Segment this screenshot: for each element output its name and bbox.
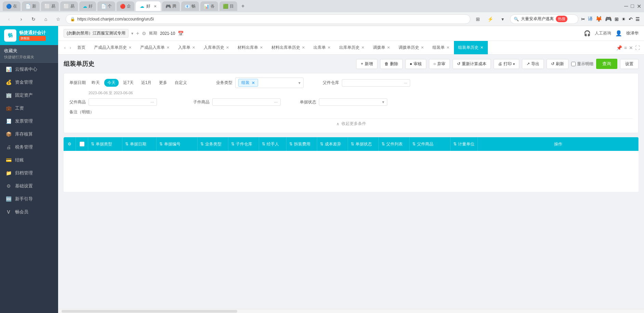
th-disassemble-fee[interactable]: ⇅ 拆装费用 bbox=[286, 137, 317, 151]
order-status-selector[interactable]: ▾ bbox=[319, 98, 387, 106]
qr-code-btn[interactable]: ⊞ bbox=[473, 14, 483, 24]
nav-transfer[interactable]: 调拨单 ✕ bbox=[369, 41, 394, 55]
recalc-button[interactable]: ↺ 重新计算成本 bbox=[453, 59, 491, 69]
sun-icon[interactable]: ☀ bbox=[621, 16, 626, 22]
home-btn[interactable]: ⌂ bbox=[41, 14, 51, 24]
th-settings[interactable]: ⚙ bbox=[64, 137, 76, 151]
maximize-btn[interactable]: □ bbox=[631, 3, 634, 9]
tab-7[interactable]: 🔴 企 bbox=[117, 1, 134, 11]
tab-5[interactable]: ☁ 好 bbox=[79, 1, 96, 11]
nav-material-out-history-close[interactable]: ✕ bbox=[302, 45, 305, 50]
sidebar-bookmark[interactable]: 收藏夹 快捷键打开收藏夹 bbox=[0, 45, 58, 63]
nav-assembly-order-close[interactable]: ✕ bbox=[446, 45, 450, 50]
week-btn[interactable]: 近7天 bbox=[120, 79, 137, 87]
th-parent-goods[interactable]: ⇅ 父件商品 bbox=[410, 137, 451, 151]
more-btn[interactable]: 更多 bbox=[156, 79, 170, 87]
address-dropdown-btn[interactable]: ▾ bbox=[498, 14, 507, 24]
today-btn[interactable]: 今天 bbox=[104, 79, 119, 87]
address-bar[interactable]: 🔒 https://cloud.chanjet.com/accounting/u… bbox=[66, 14, 470, 24]
close-window-btn[interactable]: ✕ bbox=[637, 3, 641, 10]
nav-transfer-close[interactable]: ✕ bbox=[387, 45, 390, 50]
nav-right-arrow[interactable]: › bbox=[68, 45, 73, 50]
nav-home[interactable]: 首页 bbox=[73, 41, 90, 55]
nav-produce-in-history-close[interactable]: ✕ bbox=[129, 45, 132, 50]
parent-warehouse-selector[interactable]: ··· bbox=[342, 79, 410, 87]
show-detail-checkbox-label[interactable]: 显示明细 bbox=[571, 61, 593, 67]
company-selector[interactable]: (勿删勿禁用）江西服宝测试专用 ▾ + ⚙ 账期 2021-10 📅 bbox=[64, 29, 184, 38]
th-order-status[interactable]: ⇅ 单据状态 bbox=[348, 137, 379, 151]
nav-left-arrow[interactable]: ‹ bbox=[62, 45, 68, 50]
nav-assembly-history-close[interactable]: ✕ bbox=[480, 45, 483, 50]
sidebar-item-fixed-assets[interactable]: 🏢 固定资产 bbox=[0, 89, 58, 102]
nav-fullscreen-icon[interactable]: ⛶ bbox=[635, 45, 640, 51]
th-order-type[interactable]: ⇅ 单据类型 bbox=[88, 137, 122, 151]
nav-material-out-history[interactable]: 材料出库单历史 ✕ bbox=[267, 41, 309, 55]
sidebar-item-fund-mgmt[interactable]: 💰 资金管理 bbox=[0, 76, 58, 89]
tab-4[interactable]: ⬜ 易 bbox=[60, 1, 78, 11]
menu-icon[interactable]: ☰ bbox=[635, 16, 640, 22]
nav-produce-in-history[interactable]: 产成品入库单历史 ✕ bbox=[90, 41, 136, 55]
tab-1[interactable]: 🔵 在 bbox=[3, 1, 21, 11]
th-child-warehouse[interactable]: ⇅ 子件仓库 bbox=[228, 137, 259, 151]
nav-out-order[interactable]: 出库单 ✕ bbox=[309, 41, 335, 55]
th-order-date[interactable]: ⇅ 单据日期 bbox=[122, 137, 157, 151]
query-button[interactable]: 查询 bbox=[596, 59, 617, 69]
search-bar[interactable]: 🔍 大量安卓用户逃离 热搜 bbox=[510, 14, 578, 24]
nav-out-order-close[interactable]: ✕ bbox=[327, 45, 331, 50]
nav-in-order[interactable]: 入库单 ✕ bbox=[174, 41, 200, 55]
th-biz-type[interactable]: ⇅ 业务类型 bbox=[198, 137, 228, 151]
abandon-button[interactable]: ○ 弃审 bbox=[429, 59, 450, 69]
ai-consult-label[interactable]: 人工咨询 bbox=[595, 30, 611, 36]
th-cost-diff[interactable]: ⇅ 成本差异 bbox=[317, 137, 348, 151]
sidebar-item-tax[interactable]: 🖨 税务管理 bbox=[0, 141, 58, 154]
tab-11[interactable]: 📊 各 bbox=[200, 1, 218, 11]
print-button[interactable]: 🖨 打印 ▾ bbox=[494, 59, 519, 69]
horizontal-scrollbar[interactable] bbox=[62, 310, 237, 313]
nav-in-history[interactable]: 入库单历史 ✕ bbox=[200, 41, 233, 55]
nav-produce-in-close[interactable]: ✕ bbox=[166, 45, 170, 50]
gear-icon[interactable]: ⚙ bbox=[142, 31, 146, 36]
tab-3[interactable]: ⬜ 易 bbox=[41, 1, 59, 11]
biz-type-tag-close[interactable]: ✕ bbox=[252, 81, 255, 85]
nav-out-history[interactable]: 出库单历史 ✕ bbox=[335, 41, 369, 55]
bookmark-btn[interactable]: ☆ bbox=[53, 14, 63, 24]
sidebar-item-cloud-report[interactable]: 📊 云报表中心 bbox=[0, 63, 58, 76]
th-checkbox[interactable] bbox=[76, 137, 88, 151]
nav-transfer-history-close[interactable]: ✕ bbox=[421, 45, 424, 50]
grid-icon[interactable]: ⊞ bbox=[615, 16, 619, 22]
tab-8-close[interactable]: ✕ bbox=[154, 4, 157, 8]
nav-material-out-close[interactable]: ✕ bbox=[260, 45, 263, 50]
user-name[interactable]: 徐泽华 bbox=[626, 30, 639, 36]
collapse-btn[interactable]: ∧ 收起更多条件 bbox=[69, 118, 633, 129]
nav-pin-icon[interactable]: 📌 bbox=[616, 45, 622, 51]
sidebar-item-settlement[interactable]: 💳 结账 bbox=[0, 154, 58, 167]
reload-btn[interactable]: ↻ bbox=[29, 14, 38, 24]
tab-6[interactable]: 📄 个 bbox=[97, 1, 115, 11]
th-order-no[interactable]: ⇅ 单据编号 bbox=[157, 137, 198, 151]
tab-10[interactable]: 📧 畅 bbox=[181, 1, 199, 11]
emoji-icon[interactable]: 🦊 bbox=[595, 16, 602, 22]
tab-8-active[interactable]: ☁ 好 ✕ bbox=[136, 1, 161, 11]
sidebar-item-inventory[interactable]: 📦 库存核算 bbox=[0, 128, 58, 141]
export-button[interactable]: ↗ 导出 bbox=[522, 59, 544, 69]
new-tab-btn[interactable]: + bbox=[241, 3, 244, 9]
th-unit[interactable]: ⇅ 计量单位 bbox=[451, 137, 478, 151]
sidebar-item-basic-settings[interactable]: ⚙ 基础设置 bbox=[0, 180, 58, 193]
th-parent-list[interactable]: ⇅ 父件列表 bbox=[379, 137, 410, 151]
game-icon[interactable]: 🎮 bbox=[605, 16, 612, 22]
tab-9[interactable]: 🎮 腾 bbox=[162, 1, 180, 11]
forward-btn[interactable]: › bbox=[16, 14, 26, 24]
add-company-btn[interactable]: + bbox=[136, 30, 139, 37]
settings-button[interactable]: 设置 bbox=[620, 59, 639, 69]
approve-button[interactable]: ● 审核 bbox=[405, 59, 426, 69]
nav-transfer-history[interactable]: 调拨单历史 ✕ bbox=[394, 41, 428, 55]
sidebar-item-payroll[interactable]: 💼 工资 bbox=[0, 102, 58, 115]
nav-in-order-close[interactable]: ✕ bbox=[192, 45, 195, 50]
nav-assembly-history[interactable]: 组装单历史 ✕ bbox=[454, 41, 488, 55]
show-detail-checkbox[interactable] bbox=[571, 62, 576, 66]
sidebar-item-membership[interactable]: V 畅会员 bbox=[0, 205, 58, 218]
lightning-btn[interactable]: ⚡ bbox=[485, 14, 495, 24]
month-btn[interactable]: 近1月 bbox=[138, 79, 155, 87]
yesterday-btn[interactable]: 昨天 bbox=[89, 79, 103, 87]
sidebar-item-invoice[interactable]: 🧾 发票管理 bbox=[0, 115, 58, 128]
